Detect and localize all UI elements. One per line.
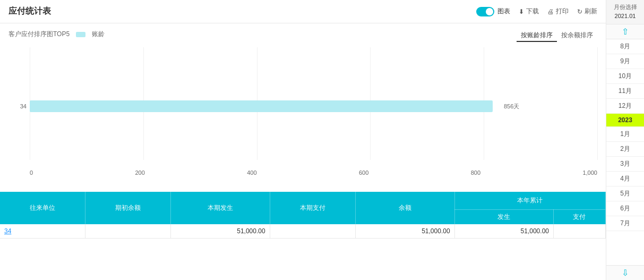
col-ytd-amount-header: 发生: [454, 210, 553, 225]
sidebar-month-8[interactable]: 8月: [606, 39, 644, 54]
sidebar-month-9[interactable]: 9月: [606, 54, 644, 69]
data-table: 往来单位 期初余额 本期发生 本期支付 余额 本年累计 发生 支付: [0, 192, 606, 239]
col-ytd-group-header: 本年累计: [454, 192, 605, 210]
sidebar-header: 月份选择: [606, 0, 644, 24]
legend-color-box: [76, 32, 85, 37]
sidebar-scroll-down[interactable]: ⇩: [606, 265, 644, 280]
sidebar-month-1[interactable]: 1月: [606, 127, 644, 142]
x-tick-2: 400: [247, 169, 256, 176]
refresh-button[interactable]: ↻ 刷新: [577, 7, 597, 16]
print-button[interactable]: 🖨 打印: [547, 7, 569, 16]
x-tick-1: 200: [135, 169, 145, 176]
cell-payment: [270, 224, 356, 239]
chart-section: 客户应付排序图TOP5 账龄 按账龄排序 按余额排序: [0, 23, 606, 192]
sort-tab-balance[interactable]: 按余额排序: [557, 30, 597, 42]
sidebar: 月份选择 ⇧ 8月 9月 10月 11月 12月 2023 1月 2月 3月 4…: [606, 0, 644, 280]
sort-tab-age[interactable]: 按账龄排序: [517, 30, 557, 42]
download-label: 下载: [526, 7, 539, 16]
col-balance-header: 余额: [356, 192, 454, 224]
table-header-row: 往来单位 期初余额 本期发生 本期支付 余额 本年累计: [0, 192, 606, 210]
col-current-header: 本期发生: [171, 192, 270, 224]
col-ytd-payment-header: 支付: [553, 210, 605, 225]
cell-unit: 34: [0, 224, 85, 239]
chart-label: 图表: [497, 7, 510, 16]
col-opening-header: 期初余额: [85, 192, 171, 224]
bar-row-0: 34 856天: [30, 99, 571, 114]
bar-fill-0: 856天: [30, 100, 493, 112]
sidebar-month-5[interactable]: 5月: [606, 186, 644, 201]
legend-color-label: 账龄: [92, 30, 105, 39]
sidebar-month-4[interactable]: 4月: [606, 172, 644, 186]
chart-toggle-wrap[interactable]: 图表: [476, 7, 510, 16]
chart-toggle[interactable]: [476, 7, 494, 16]
sidebar-scroll-up[interactable]: ⇧: [606, 24, 644, 39]
col-unit-header: 往来单位: [0, 192, 85, 224]
sidebar-month-2[interactable]: 2月: [606, 142, 644, 157]
refresh-icon: ↻: [577, 8, 582, 15]
chart-sort-tabs: 按账龄排序 按余额排序: [517, 30, 597, 42]
download-icon: ⬇: [519, 8, 524, 15]
page-title: 应付统计表: [8, 6, 51, 17]
print-label: 打印: [556, 7, 569, 16]
col-payment-header: 本期支付: [270, 192, 356, 224]
sidebar-month-list: 8月 9月 10月 11月 12月 2023 1月 2月 3月 4月 5月 6月…: [606, 39, 644, 265]
cell-opening: [85, 224, 171, 239]
sidebar-month-7[interactable]: 7月: [606, 216, 644, 231]
download-button[interactable]: ⬇ 下载: [519, 7, 539, 16]
legend-title: 客户应付排序图TOP5: [8, 30, 70, 39]
header-actions: 图表 ⬇ 下载 🖨 打印 ↻ 刷新: [476, 7, 597, 16]
chart-area: 34 856天 0 200 400 600 800 1,000: [8, 43, 597, 192]
cell-current: 51,000.00: [171, 224, 270, 239]
sidebar-month-10[interactable]: 10月: [606, 69, 644, 84]
sidebar-header-label: 月份选择: [608, 3, 642, 11]
cell-ytd-payment: [553, 224, 605, 239]
x-axis: 0 200 400 600 800 1,000: [30, 169, 597, 176]
cell-balance: 51,000.00: [356, 224, 454, 239]
x-tick-3: 600: [359, 169, 368, 176]
sidebar-month-11[interactable]: 11月: [606, 84, 644, 99]
x-tick-4: 800: [471, 169, 480, 176]
refresh-label: 刷新: [585, 7, 597, 16]
print-icon: 🖨: [547, 8, 554, 15]
x-tick-5: 1,000: [582, 169, 597, 176]
bar-label-0: 34: [11, 103, 27, 109]
chart-legend: 客户应付排序图TOP5 账龄: [8, 30, 105, 39]
sidebar-month-6[interactable]: 6月: [606, 201, 644, 216]
table-section: 往来单位 期初余额 本期发生 本期支付 余额 本年累计 发生 支付: [0, 192, 606, 280]
x-tick-0: 0: [30, 169, 33, 176]
sidebar-year-input[interactable]: [608, 11, 642, 21]
unit-link[interactable]: 34: [4, 227, 11, 235]
cell-ytd-amount: 51,000.00: [454, 224, 553, 239]
chart-inner: 34 856天 0 200 400 600 800 1,000: [30, 47, 597, 176]
sidebar-month-3[interactable]: 3月: [606, 157, 644, 172]
bar-end-label-0: 856天: [504, 102, 519, 110]
sidebar-month-12[interactable]: 12月: [606, 99, 644, 114]
table-row: 34 51,000.00 51,000.00 51,000.00: [0, 224, 606, 239]
sidebar-year-marker[interactable]: 2023: [606, 114, 644, 127]
